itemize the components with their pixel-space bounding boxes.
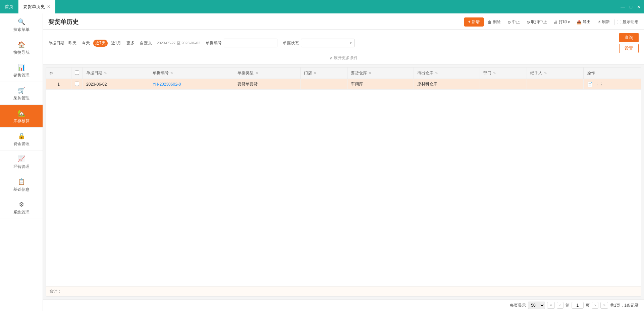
sidebar-item-inventory[interactable]: 🏡 库存核算 (0, 105, 43, 128)
toolbar: + 新增 🗑 删除 ⊘ 中止 ⊘ 取消中止 🖨 打 (464, 17, 639, 29)
sort-bill-no-icon[interactable]: ⇅ (170, 71, 173, 75)
pagination-bar: 每页显示 50 10 20 100 « ‹ 第 页 › » 共1页，1条记录 (43, 299, 644, 311)
maximize-icon[interactable]: □ (630, 4, 632, 9)
row-shop (301, 79, 347, 90)
sidebar-item-operations[interactable]: 📈 经营管理 (0, 150, 43, 173)
expand-down-icon: ∨ (329, 56, 332, 60)
row-req-warehouse: 车间库 (347, 79, 414, 90)
date-btn-last1month[interactable]: 近1月 (109, 40, 123, 47)
refresh-button[interactable]: ↺ 刷新 (595, 18, 612, 26)
col-header-handler: 经手人 ⇅ (527, 68, 584, 79)
settings-col-header[interactable]: ⚙ (46, 68, 71, 79)
expand-more-btn[interactable]: ∨ 展开更多条件 (48, 55, 639, 61)
delete-icon: 🗑 (488, 20, 492, 25)
row-more-icon[interactable]: ⋮⋮ (595, 82, 604, 87)
page-title: 要货单历史 (48, 18, 78, 26)
sidebar-item-finance[interactable]: 🔒 资金管理 (0, 128, 43, 150)
col-header-actions: 操作 (583, 68, 641, 79)
sidebar-item-search[interactable]: 🔍 搜索菜单 (0, 13, 43, 36)
sort-handler-icon[interactable]: ⇅ (544, 71, 547, 75)
total-records: 共1页，1条记录 (610, 303, 639, 308)
sort-department-icon[interactable]: ⇅ (493, 71, 496, 75)
sidebar-item-basic-info[interactable]: 📋 基础信息 (0, 173, 43, 196)
show-detail-checkbox[interactable] (617, 20, 621, 24)
date-btn-custom[interactable]: 自定义 (138, 40, 154, 47)
filter-settings-button[interactable]: 设置 (619, 44, 639, 53)
stop-button[interactable]: ⊘ 中止 (505, 18, 523, 26)
row-date: 2023-06-02 (83, 79, 149, 90)
sort-req-warehouse-icon[interactable]: ⇅ (369, 71, 371, 75)
refresh-icon: ↺ (597, 20, 601, 25)
last-page-btn[interactable]: » (600, 302, 608, 309)
sales-icon: 📊 (18, 64, 25, 71)
date-btn-more[interactable]: 更多 (124, 40, 137, 47)
cancel-stop-icon: ⊘ (527, 20, 530, 25)
sidebar-item-purchase[interactable]: 🛒 采购管理 (0, 82, 43, 105)
operations-icon: 📈 (18, 155, 25, 163)
top-bar: 首页 要货单历史 ✕ — □ ✕ (0, 0, 644, 13)
row-handler (527, 79, 584, 90)
select-all-checkbox[interactable] (75, 71, 79, 75)
close-tab-icon[interactable]: ✕ (47, 4, 50, 9)
date-filter-label: 单据日期 (48, 40, 64, 46)
col-header-pending-warehouse: 待出仓库 ⇅ (414, 68, 480, 79)
system-icon: ⚙ (19, 201, 24, 208)
row-bill-type: 要货单要货 (234, 79, 301, 90)
date-btn-today[interactable]: 今天 (80, 40, 92, 47)
per-page-select[interactable]: 50 10 20 100 (528, 302, 545, 309)
page-number-input[interactable] (572, 302, 584, 309)
date-range-display: 2023-05-27 至 2023-06-02 (157, 41, 200, 46)
next-page-btn[interactable]: › (592, 302, 598, 309)
filter-date-group: 单据日期 昨天 今天 近7天 近1月 更多 自定义 2023-05-27 至 2… (48, 40, 200, 47)
tab-requisition-history[interactable]: 要货单历史 ✕ (18, 0, 55, 13)
sidebar: 🔍 搜索菜单 🏠 快捷导航 📊 销售管理 🛒 采购管理 🏡 库存核算 🔒 资金管… (0, 13, 43, 311)
row-bill-no: YH-20230602-0 (149, 79, 234, 90)
purchase-icon: 🛒 (18, 87, 25, 94)
sort-date-icon[interactable]: ⇅ (104, 71, 107, 75)
search-icon: 🔍 (18, 18, 25, 26)
table-row: 1 2023-06-02 YH-20230602-0 要货单要货 车间库 (46, 79, 641, 90)
date-btn-yesterday[interactable]: 昨天 (66, 40, 78, 47)
print-chevron-icon: ▾ (568, 20, 570, 25)
date-btn-last7days[interactable]: 近7天 (93, 40, 108, 47)
table-area: ⚙ 单据日期 ⇅ 单据编号 ⇅ (46, 67, 641, 297)
export-icon: 📤 (577, 20, 582, 25)
sort-pending-warehouse-icon[interactable]: ⇅ (435, 71, 438, 75)
tab-home[interactable]: 首页 (0, 0, 18, 13)
show-detail-checkbox-group[interactable]: 显示明细 (617, 19, 639, 25)
sort-shop-icon[interactable]: ⇅ (314, 71, 316, 75)
inventory-icon: 🏡 (18, 109, 25, 117)
sidebar-item-quicknav[interactable]: 🏠 快捷导航 (0, 36, 43, 59)
row-pending-warehouse: 原材料仓库 (414, 79, 480, 90)
prev-page-btn[interactable]: ‹ (557, 302, 564, 309)
page-header: 要货单历史 + 新增 🗑 删除 ⊘ 中止 ⊘ 取消中止 (43, 13, 644, 30)
data-table: ⚙ 单据日期 ⇅ 单据编号 ⇅ (46, 68, 641, 90)
col-header-department: 部门 ⇅ (480, 68, 527, 79)
checkbox-col-header (71, 68, 83, 79)
sidebar-item-sales[interactable]: 📊 销售管理 (0, 59, 43, 82)
sort-bill-type-icon[interactable]: ⇅ (256, 71, 258, 75)
sidebar-item-system[interactable]: ⚙ 系统管理 (0, 196, 43, 219)
row-edit-icon[interactable]: 📄 (587, 82, 593, 87)
first-page-btn[interactable]: « (547, 302, 555, 309)
col-header-req-warehouse: 要货仓库 ⇅ (347, 68, 414, 79)
export-button[interactable]: 📤 导出 (574, 18, 593, 26)
row-actions: 📄 ⋮⋮ (583, 79, 641, 90)
bill-no-input[interactable] (224, 39, 277, 47)
col-header-date: 单据日期 ⇅ (83, 68, 149, 79)
query-button[interactable]: 查询 (619, 33, 639, 42)
filter-status-group: 单据状态 (283, 39, 355, 47)
minimize-icon[interactable]: — (621, 4, 625, 9)
status-select[interactable] (301, 39, 355, 47)
close-icon[interactable]: ✕ (637, 4, 641, 9)
content-area: 要货单历史 + 新增 🗑 删除 ⊘ 中止 ⊘ 取消中止 (43, 13, 644, 311)
row-select-checkbox[interactable] (75, 82, 79, 86)
delete-button[interactable]: 🗑 删除 (485, 18, 503, 26)
filter-action-group: 查询 设置 (619, 33, 639, 53)
bill-no-link[interactable]: YH-20230602-0 (153, 82, 181, 87)
cancel-stop-button[interactable]: ⊘ 取消中止 (524, 18, 550, 26)
home-icon: 🏠 (18, 41, 25, 48)
new-button[interactable]: + 新增 (464, 17, 484, 27)
row-index: 1 (46, 79, 71, 90)
print-button[interactable]: 🖨 打印 ▾ (551, 18, 573, 26)
